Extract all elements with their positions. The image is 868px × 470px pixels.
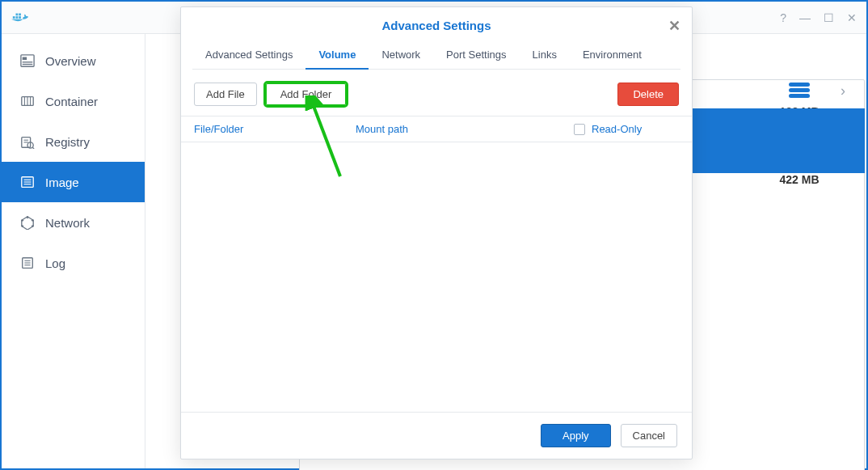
window-controls: ? — ☐ ✕: [780, 11, 857, 24]
add-file-button[interactable]: Add File: [194, 83, 257, 106]
volume-table-body: [181, 142, 692, 412]
sidebar-label: Registry: [45, 135, 90, 149]
modal-footer: Apply Cancel: [181, 412, 692, 459]
volume-table-header: File/Folder Mount path Read-Only: [181, 116, 692, 142]
sidebar-item-image[interactable]: Image: [2, 162, 145, 202]
log-icon: [19, 255, 36, 271]
help-icon[interactable]: ?: [780, 11, 786, 24]
sidebar-label: Overview: [45, 54, 96, 68]
delete-button[interactable]: Delete: [617, 83, 679, 106]
app-window: ? — ☐ ✕ Overview Container Registry Imag…: [0, 0, 868, 470]
col-mount-path: Mount path: [356, 123, 574, 135]
svg-point-27: [21, 225, 23, 227]
disk-size: 422 MB: [779, 173, 819, 186]
col-file-folder: File/Folder: [194, 123, 356, 135]
modal-title: Advanced Settings: [381, 19, 491, 32]
sidebar-item-container[interactable]: Container: [2, 81, 145, 121]
sidebar-label: Network: [45, 216, 90, 230]
svg-marker-22: [22, 217, 33, 230]
svg-point-23: [27, 216, 29, 218]
minimize-icon[interactable]: —: [799, 11, 811, 24]
sidebar: Overview Container Registry Image Networ…: [2, 34, 145, 468]
sidebar-item-overview[interactable]: Overview: [2, 40, 145, 81]
maximize-icon[interactable]: ☐: [824, 11, 834, 24]
container-icon: [19, 93, 36, 109]
col-read-only-label: Read-Only: [592, 123, 642, 135]
add-folder-button[interactable]: Add Folder: [276, 87, 337, 102]
readonly-header-checkbox[interactable]: [574, 124, 585, 135]
docker-whale-icon: [11, 9, 29, 27]
svg-rect-1: [16, 16, 19, 19]
svg-rect-4: [19, 13, 21, 15]
sidebar-label: Image: [45, 176, 79, 189]
tab-network[interactable]: Network: [369, 40, 433, 69]
svg-point-26: [21, 219, 23, 222]
svg-rect-2: [19, 16, 21, 19]
svg-rect-3: [16, 13, 19, 15]
cancel-button[interactable]: Cancel: [621, 424, 677, 447]
apply-button[interactable]: Apply: [541, 424, 611, 447]
close-window-icon[interactable]: ✕: [847, 11, 857, 24]
overview-icon: [19, 53, 36, 69]
close-icon[interactable]: ✕: [668, 17, 680, 35]
add-folder-highlight: Add Folder: [263, 81, 349, 108]
sidebar-label: Container: [45, 95, 98, 108]
tab-links[interactable]: Links: [520, 40, 570, 69]
sidebar-item-network[interactable]: Network: [2, 202, 145, 243]
modal-title-bar: Advanced Settings ✕: [181, 7, 692, 40]
svg-rect-6: [23, 57, 27, 61]
modal-tabs: Advanced Settings Volume Network Port Se…: [192, 40, 680, 70]
image-icon: [19, 174, 36, 190]
sidebar-item-registry[interactable]: Registry: [2, 121, 145, 162]
volume-toolbar: Add File Add Folder Delete: [181, 70, 692, 116]
sidebar-item-log[interactable]: Log: [2, 243, 145, 283]
svg-rect-0: [13, 16, 15, 19]
network-icon: [19, 214, 36, 231]
tab-advanced-settings[interactable]: Advanced Settings: [192, 40, 305, 69]
disk-icon: [789, 83, 810, 99]
svg-line-17: [32, 147, 34, 149]
tab-volume[interactable]: Volume: [305, 40, 369, 69]
chevron-right-icon[interactable]: ›: [841, 83, 845, 100]
tab-environment[interactable]: Environment: [570, 40, 655, 69]
svg-point-24: [32, 219, 34, 222]
sidebar-label: Log: [45, 256, 65, 270]
svg-point-25: [32, 225, 34, 227]
registry-icon: [19, 133, 36, 150]
col-read-only: Read-Only: [574, 123, 679, 135]
tab-port-settings[interactable]: Port Settings: [433, 40, 519, 69]
advanced-settings-modal: Advanced Settings ✕ Advanced Settings Vo…: [180, 6, 693, 459]
